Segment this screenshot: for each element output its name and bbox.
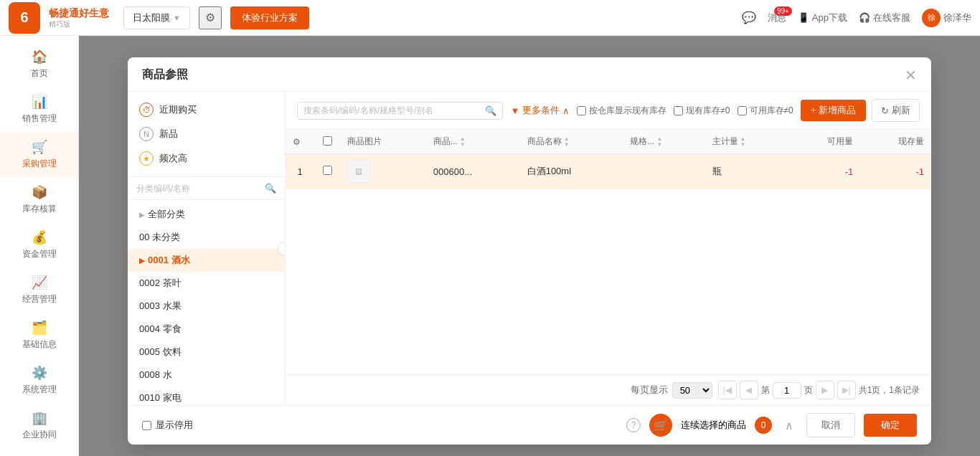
message-count: 99+ [774, 6, 792, 16]
online-service-btn[interactable]: 🎧 在线客服 [859, 11, 910, 24]
app-download-btn[interactable]: 📱 App下载 [798, 11, 847, 24]
sidebar-item-guide[interactable]: 📖 新手引导 [0, 448, 78, 456]
row-spec [623, 154, 705, 189]
refresh-button[interactable]: ↻ 刷新 [872, 99, 920, 122]
basic-icon: 🗂️ [32, 320, 47, 336]
cancel-button[interactable]: 取消 [806, 413, 855, 437]
prev-page-btn[interactable]: ◀ [740, 381, 758, 399]
confirm-button[interactable]: 确定 [864, 414, 917, 437]
sidebar-item-sales[interactable]: 📊 销售管理 [0, 87, 78, 132]
filter-stock-checkbox[interactable] [674, 106, 683, 115]
settings-button[interactable]: ⚙ [199, 6, 222, 29]
sidebar-item-operations[interactable]: 📈 经营管理 [0, 267, 78, 313]
refresh-label: 刷新 [892, 104, 910, 117]
filter-usable-label[interactable]: 可用库存≠0 [738, 105, 793, 117]
recent-icon: ⏱ [139, 103, 154, 117]
messages-btn[interactable]: 💬 99+ 消息 [742, 11, 786, 24]
filter-usable-checkbox[interactable] [738, 106, 747, 115]
add-product-button[interactable]: + 新增商品 [801, 100, 866, 121]
category-search-input[interactable] [136, 184, 260, 194]
first-page-btn[interactable]: |◀ [718, 381, 737, 399]
sidebar-label: 销售管理 [22, 113, 57, 125]
cat-0001[interactable]: ▶ 0001 酒水 [128, 249, 285, 272]
store-selector[interactable]: 日太阳膜 ▼ [123, 6, 190, 29]
filter-new[interactable]: N 新品 [128, 122, 285, 146]
sort-icon-spec: ▲▼ [656, 136, 662, 148]
modal-left-panel: ⏱ 近期购买 N 新品 ★ 频次高 [128, 92, 286, 405]
brand-sub: 精巧版 [49, 19, 109, 29]
table-row[interactable]: 1 🖼 [286, 154, 931, 189]
purchase-icon: 🛒 [32, 139, 47, 155]
show-disabled-label[interactable]: 显示停用 [142, 419, 193, 432]
cat-0003[interactable]: 0003 水果 [128, 295, 285, 318]
sort-icon-name: ▲▼ [564, 136, 570, 148]
th-spec[interactable]: 规格... ▲▼ [623, 130, 705, 154]
filter-more-btn[interactable]: ▼ 更多条件 ∧ [510, 104, 570, 117]
sidebar-item-stock[interactable]: 📦 库存核算 [0, 177, 78, 222]
modal-close-button[interactable]: ✕ [905, 68, 917, 82]
cat-all[interactable]: ▶ 全部分类 [128, 203, 285, 226]
cat-00[interactable]: 00 未分类 [128, 226, 285, 249]
cat-0008[interactable]: 0008 水 [128, 364, 285, 386]
modal-dialog: 商品参照 ✕ ⏱ 近期购买 N [128, 57, 931, 445]
sidebar-item-system[interactable]: ⚙️ 系统管理 [0, 358, 78, 403]
main-layout: 🏠 首页 📊 销售管理 🛒 采购管理 📦 库存核算 💰 资金管理 📈 经营管理 … [0, 36, 980, 456]
sidebar-item-enterprise[interactable]: 🏢 企业协同 [0, 403, 78, 448]
sidebar-label: 经营管理 [22, 293, 57, 305]
select-all-checkbox[interactable] [323, 136, 332, 146]
modal-right-panel: 🔍 ▼ 更多条件 ∧ 按仓库显示现有库存 [286, 92, 931, 405]
row-checkbox[interactable] [323, 166, 332, 175]
system-icon: ⚙️ [32, 365, 47, 381]
store-name: 日太阳膜 [133, 11, 170, 24]
operations-icon: 📈 [32, 275, 47, 290]
cat-0004[interactable]: 0004 零食 [128, 318, 285, 341]
filter-recent[interactable]: ⏱ 近期购买 [128, 98, 285, 122]
settings-icon[interactable]: ⚙ [293, 137, 301, 147]
product-search-input[interactable] [303, 105, 482, 115]
headset-icon: 🎧 [859, 12, 870, 23]
sidebar-item-basic[interactable]: 🗂️ 基础信息 [0, 313, 78, 358]
last-page-btn[interactable]: ▶| [837, 381, 856, 399]
phone-icon: 📱 [798, 12, 809, 23]
per-page-select[interactable]: 50 20 100 [672, 382, 712, 399]
cart-icon: 🛒 [649, 414, 672, 437]
filter-frequent[interactable]: ★ 频次高 [128, 146, 285, 171]
search-icon: 🔍 [265, 183, 276, 194]
filter-warehouse-label[interactable]: 按仓库显示现有库存 [577, 105, 666, 117]
filter-stock-label[interactable]: 现有库存≠0 [674, 105, 730, 117]
table-header-row: ⚙ 商品图片 [286, 130, 931, 154]
sort-icon-code: ▲▼ [460, 136, 466, 148]
cat-0010[interactable]: 0010 家电 [128, 386, 285, 405]
sidebar-item-purchase[interactable]: 🛒 采购管理 [0, 132, 78, 177]
image-placeholder-icon: 🖼 [355, 168, 362, 176]
help-icon[interactable]: ? [626, 418, 641, 432]
chevron-up-icon: ∧ [562, 105, 570, 116]
show-disabled-checkbox[interactable] [142, 421, 151, 430]
new-icon: N [139, 127, 154, 141]
stock-icon: 📦 [32, 184, 47, 200]
sidebar-item-home[interactable]: 🏠 首页 [0, 42, 78, 87]
sidebar-label: 系统管理 [22, 384, 57, 396]
th-code[interactable]: 商品... ▲▼ [426, 130, 520, 154]
sort-icon-unit: ▲▼ [740, 136, 746, 148]
content-area: 商品参照 ✕ ⏱ 近期购买 N [79, 36, 980, 456]
pagination: 每页显示 50 20 100 |◀ ◀ 第 [286, 374, 931, 405]
th-name[interactable]: 商品名称 ▲▼ [520, 130, 623, 154]
modal-header: 商品参照 ✕ [128, 57, 931, 92]
user-menu-btn[interactable]: 徐 徐泽华 [922, 9, 971, 27]
cat-0002[interactable]: 0002 茶叶 [128, 272, 285, 295]
selected-count: 0 [755, 417, 772, 434]
row-unit: 瓶 [705, 154, 790, 189]
sidebar-item-finance[interactable]: 💰 资金管理 [0, 222, 78, 267]
fold-btn[interactable]: ∧ [781, 417, 798, 434]
filter-warehouse-checkbox[interactable] [577, 106, 586, 115]
next-page-btn[interactable]: ▶ [816, 381, 834, 399]
experience-btn[interactable]: 体验行业方案 [230, 6, 309, 29]
frequent-icon: ★ [139, 151, 154, 166]
enterprise-icon: 🏢 [32, 410, 47, 426]
page-number-input[interactable] [773, 382, 801, 399]
quick-filters: ⏱ 近期购买 N 新品 ★ 频次高 [128, 92, 285, 177]
modal-overlay[interactable]: 商品参照 ✕ ⏱ 近期购买 N [79, 36, 980, 456]
th-unit[interactable]: 主计量 ▲▼ [705, 130, 790, 154]
cat-0005[interactable]: 0005 饮料 [128, 341, 285, 364]
